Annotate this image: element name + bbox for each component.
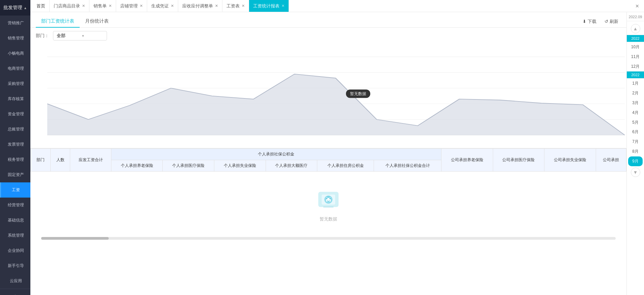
sub-tab-dept[interactable]: 部门工资统计表 — [36, 16, 80, 28]
col-personal-pension: 个人承担养老保险 — [111, 160, 163, 172]
timeline-year-2022b[interactable]: 2022 — [627, 71, 644, 79]
close-tab-adjust-icon[interactable]: ✕ — [215, 4, 218, 8]
tab-product[interactable]: 门店商品目录 ✕ — [50, 0, 89, 12]
timeline-month-2[interactable]: 2月 — [627, 88, 644, 98]
sidebar-item-yxitg[interactable]: 营销推广 — [0, 16, 30, 31]
chevron-down-icon: ▼ — [81, 34, 103, 38]
col-personal-major-medical: 个人承担大额医疗 — [266, 160, 317, 172]
dept-filter-value: 全部 — [57, 33, 79, 39]
sidebar-title[interactable]: 批发管理 ▲ — [0, 0, 30, 16]
close-tab-payroll-icon[interactable]: ✕ — [242, 4, 245, 8]
empty-state: 暂无数据 — [30, 172, 626, 236]
sidebar-item-dsgl[interactable]: 电商管理 — [0, 61, 30, 76]
top-tabs-bar: 首页 门店商品目录 ✕ 销售单 ✕ 店铺管理 ✕ 生成凭证 ✕ 应收应付调整单 … — [30, 0, 644, 12]
dept-filter-label: 部门： — [36, 33, 49, 39]
col-personal-medical: 个人承担医疗保险 — [163, 160, 214, 172]
timeline-month-7[interactable]: 7月 — [627, 137, 644, 147]
sidebar-item-jygl[interactable]: 经营管理 — [0, 198, 30, 213]
sub-tabs-actions: ⬇ 下载 ↺ 刷新 — [580, 17, 621, 26]
sidebar-item-fpgl[interactable]: 发票管理 — [0, 137, 30, 152]
col-company-unemployment: 公司承担失业保险 — [544, 149, 596, 172]
close-tab-product-icon[interactable]: ✕ — [82, 4, 85, 8]
svg-marker-12 — [47, 74, 625, 135]
timeline-down-button[interactable]: ▼ — [631, 168, 640, 177]
sub-tab-month[interactable]: 月份统计表 — [80, 16, 114, 28]
sidebar-item-kchs[interactable]: 库存核算 — [0, 91, 30, 107]
sidebar-toggle-icon: ▲ — [24, 6, 27, 10]
sidebar-item-jcxx[interactable]: 基础信息 — [0, 213, 30, 228]
col-dept: 部门 — [31, 149, 51, 172]
timeline-up-button[interactable]: ▲ — [631, 24, 640, 33]
sidebar-item-gz[interactable]: 工资 — [0, 182, 30, 198]
page-content: 部门工资统计表 月份统计表 ⬇ 下载 ↺ 刷新 — [30, 12, 626, 295]
timeline-year-2022[interactable]: 2022 — [627, 35, 644, 42]
timeline-month-5[interactable]: 5月 — [627, 118, 644, 127]
col-personal-unemployment: 个人承担失业保险 — [214, 160, 266, 172]
timeline-month-4[interactable]: 4月 — [627, 108, 644, 118]
tab-home[interactable]: 首页 — [32, 0, 50, 12]
scrollbar-thumb[interactable] — [41, 237, 109, 240]
sidebar-item-xdsc[interactable]: 小畅电商 — [0, 46, 30, 61]
svg-point-19 — [329, 198, 331, 199]
timeline-month-8[interactable]: 8月 — [627, 147, 644, 156]
col-personal-total: 个人承担社保公积金合计 — [374, 160, 441, 172]
dept-filter-select[interactable]: 全部 ▼ — [53, 31, 107, 40]
col-group-personal: 个人承担社保公积金 — [111, 149, 441, 160]
close-tab-report-icon[interactable]: ✕ — [281, 4, 285, 8]
sidebar-item-swgl[interactable]: 税务管理 — [0, 152, 30, 167]
refresh-button[interactable]: ↺ 刷新 — [602, 17, 621, 26]
tab-payroll[interactable]: 工资表 ✕ — [222, 0, 249, 12]
timeline-current-date: 2022.09 — [627, 13, 644, 21]
tab-sales[interactable]: 销售单 ✕ — [89, 0, 116, 12]
sidebar-item-qyxt[interactable]: 企业协同 — [0, 243, 30, 258]
download-icon: ⬇ — [583, 19, 586, 24]
sidebar-item-zjgl[interactable]: 资金管理 — [0, 107, 30, 122]
close-tab-sales-icon[interactable]: ✕ — [109, 4, 112, 8]
col-personal-housing: 个人承担住房公积金 — [317, 160, 374, 172]
tab-adjust[interactable]: 应收应付调整单 ✕ — [178, 0, 222, 12]
sidebar-item-gdzc[interactable]: 固定资产 — [0, 167, 30, 182]
main-area: 首页 门店商品目录 ✕ 销售单 ✕ 店铺管理 ✕ 生成凭证 ✕ 应收应付调整单 … — [30, 0, 644, 295]
tabs-end-controls: ✕ — [633, 2, 642, 10]
empty-text: 暂无数据 — [320, 216, 337, 222]
timeline-month-6[interactable]: 6月 — [627, 127, 644, 137]
content-area: 部门工资统计表 月份统计表 ⬇ 下载 ↺ 刷新 — [30, 12, 644, 295]
col-company-medical: 公司承担医疗保险 — [493, 149, 544, 172]
sidebar-item-xsyd[interactable]: 新手引导 — [0, 258, 30, 273]
close-tab-voucher-icon[interactable]: ✕ — [171, 4, 174, 8]
col-total-salary: 应发工资合计 — [70, 149, 111, 172]
tab-voucher[interactable]: 生成凭证 ✕ — [147, 0, 178, 12]
timeline-month-9[interactable]: 9月 — [628, 156, 643, 166]
timeline-month-10[interactable]: 10月 — [627, 42, 644, 52]
col-company-pension: 公司承担养老保险 — [441, 149, 493, 172]
sidebar-item-xtgl[interactable]: 系统管理 — [0, 228, 30, 243]
timeline-month-3[interactable]: 3月 — [627, 98, 644, 108]
timeline-month-1[interactable]: 1月 — [627, 79, 644, 88]
chart-area: 0 100 200 300 400 500 — [30, 44, 626, 148]
col-company-more: 公司承担 — [596, 149, 626, 172]
filter-bar: 部门： 全部 ▼ — [30, 28, 626, 44]
timeline-panel: 2022.09 ▲ 2022 10月 11月 12月 2022 1月 2月 — [626, 12, 644, 295]
sidebar: 批发管理 ▲ 营销推广 销售管理 小畅电商 电商管理 采购管理 库存核算 资金管… — [0, 0, 30, 295]
horizontal-scrollbar[interactable] — [41, 237, 616, 240]
empty-illustration — [315, 185, 342, 212]
svg-point-18 — [326, 198, 327, 199]
close-all-tabs-button[interactable]: ✕ — [633, 2, 642, 10]
tab-shop[interactable]: 店铺管理 ✕ — [116, 0, 147, 12]
col-headcount: 人数 — [50, 149, 70, 172]
timeline-month-12[interactable]: 12月 — [627, 62, 644, 71]
sidebar-item-yyy[interactable]: 云应用 — [0, 273, 30, 289]
data-table: 部门 人数 应发工资合计 个人承担社保公积金 公司承担养老保险 公司承担医疗保险… — [30, 148, 626, 172]
sidebar-item-xsgl[interactable]: 销售管理 — [0, 31, 30, 46]
timeline-month-11[interactable]: 11月 — [627, 52, 644, 62]
table-container[interactable]: 部门 人数 应发工资合计 个人承担社保公积金 公司承担养老保险 公司承担医疗保险… — [30, 148, 626, 295]
download-button[interactable]: ⬇ 下载 — [580, 17, 599, 26]
settings-button[interactable]: ⚙ — [0, 289, 30, 295]
sidebar-item-cggl[interactable]: 采购管理 — [0, 76, 30, 91]
sub-tabs-bar: 部门工资统计表 月份统计表 ⬇ 下载 ↺ 刷新 — [30, 12, 626, 28]
chart-svg: 0 100 200 300 400 500 — [47, 51, 625, 138]
close-tab-shop-icon[interactable]: ✕ — [140, 4, 143, 8]
tab-report[interactable]: 工资统计报表 ✕ — [249, 0, 289, 12]
sidebar-item-zzgl[interactable]: 总账管理 — [0, 122, 30, 137]
refresh-icon: ↺ — [605, 19, 608, 24]
